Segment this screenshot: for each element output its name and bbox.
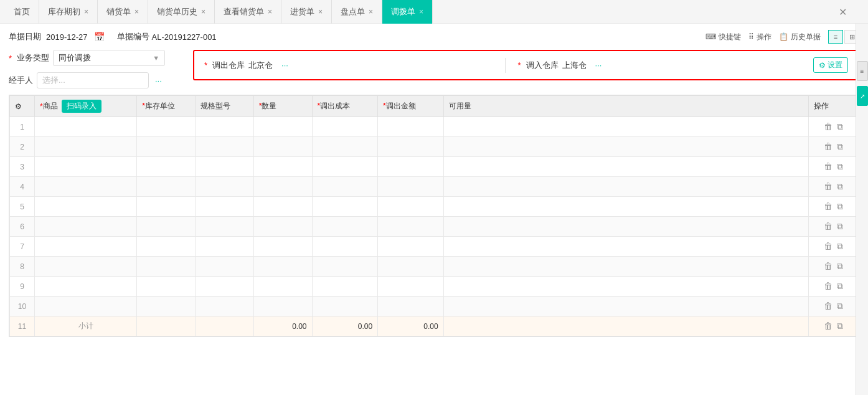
unit-cell[interactable]	[137, 117, 196, 137]
product-cell[interactable]	[35, 177, 137, 197]
unit-cell[interactable]	[137, 237, 196, 257]
unit-cell[interactable]	[137, 297, 196, 316]
tab-close-purchase-order[interactable]: ×	[318, 7, 323, 16]
amount-cell[interactable]	[378, 197, 444, 217]
quantity-cell[interactable]	[253, 277, 312, 297]
unit-cell[interactable]	[137, 277, 196, 297]
calendar-icon[interactable]: 📅	[94, 32, 105, 42]
delete-row-icon[interactable]: 🗑	[823, 120, 834, 133]
quantity-cell[interactable]	[253, 237, 312, 257]
right-expand-tool[interactable]: ↗	[857, 86, 868, 106]
tab-sales-history[interactable]: 销货单历史 ×	[148, 0, 215, 24]
copy-icon[interactable]: ⧉	[836, 320, 844, 332]
spec-cell[interactable]	[195, 117, 253, 137]
copy-row-icon[interactable]: ⧉	[836, 160, 844, 173]
product-cell[interactable]	[35, 157, 137, 177]
tab-home[interactable]: 首页	[5, 0, 39, 24]
amount-cell[interactable]	[378, 277, 444, 297]
tab-inventory-check[interactable]: 盘点单 ×	[332, 0, 382, 24]
in-warehouse-more-icon[interactable]: ···	[595, 60, 602, 70]
handler-select[interactable]: 选择...	[37, 72, 149, 88]
cost-cell[interactable]	[312, 297, 378, 316]
spec-cell[interactable]	[195, 297, 253, 316]
spec-cell[interactable]	[195, 157, 253, 177]
layout-list-button[interactable]: ≡	[828, 30, 843, 44]
product-cell[interactable]	[35, 197, 137, 217]
cost-cell[interactable]	[312, 177, 378, 197]
shortcut-button[interactable]: ⌨ 快捷键	[705, 32, 741, 42]
copy-row-icon[interactable]: ⧉	[836, 260, 844, 272]
cost-cell[interactable]	[312, 137, 378, 157]
product-cell[interactable]	[35, 297, 137, 316]
delete-row-icon[interactable]: 🗑	[823, 180, 834, 193]
right-list-tool[interactable]: ≡	[857, 61, 868, 81]
delete-row-icon[interactable]: 🗑	[823, 220, 834, 232]
cost-cell[interactable]	[312, 197, 378, 217]
delete-row-icon[interactable]: 🗑	[823, 200, 834, 212]
business-type-select[interactable]: 同价调拨 ▼	[53, 50, 165, 66]
delete-row-icon[interactable]: 🗑	[823, 160, 834, 173]
spec-cell[interactable]	[195, 277, 253, 297]
amount-cell[interactable]	[378, 117, 444, 137]
copy-row-icon[interactable]: ⧉	[836, 140, 844, 153]
quantity-cell[interactable]	[253, 137, 312, 157]
quantity-cell[interactable]	[253, 157, 312, 177]
product-cell[interactable]	[35, 237, 137, 257]
quantity-cell[interactable]	[253, 117, 312, 137]
product-cell[interactable]	[35, 257, 137, 277]
tab-close-view-sales[interactable]: ×	[268, 7, 272, 16]
copy-row-icon[interactable]: ⧉	[836, 220, 844, 232]
close-all-tabs-button[interactable]: ✕	[833, 0, 853, 24]
operation-button[interactable]: ⠿ 操作	[748, 32, 771, 42]
delete-row-icon[interactable]: 🗑	[823, 140, 834, 153]
amount-cell[interactable]	[378, 157, 444, 177]
quantity-cell[interactable]	[253, 177, 312, 197]
quantity-cell[interactable]	[253, 217, 312, 237]
cost-cell[interactable]	[312, 217, 378, 237]
handler-more-icon[interactable]: ···	[155, 76, 162, 85]
amount-cell[interactable]	[378, 177, 444, 197]
spec-cell[interactable]	[195, 197, 253, 217]
cost-cell[interactable]	[312, 157, 378, 177]
amount-cell[interactable]	[378, 257, 444, 277]
quantity-cell[interactable]	[253, 297, 312, 316]
tab-close-inventory-init[interactable]: ×	[84, 7, 88, 16]
copy-row-icon[interactable]: ⧉	[836, 280, 844, 292]
history-button[interactable]: 📋 历史单据	[779, 32, 821, 42]
tab-close-sales-history[interactable]: ×	[201, 7, 205, 16]
scan-button[interactable]: 扫码录入	[62, 100, 101, 113]
amount-cell[interactable]	[378, 237, 444, 257]
quantity-cell[interactable]	[253, 197, 312, 217]
out-warehouse-more-icon[interactable]: ···	[281, 60, 288, 70]
copy-row-icon[interactable]: ⧉	[836, 120, 844, 133]
delete-row-icon[interactable]: 🗑	[823, 280, 834, 292]
tab-sales-order[interactable]: 销货单 ×	[98, 0, 148, 24]
tab-transfer-order[interactable]: 调拨单 ×	[382, 0, 433, 24]
quantity-cell[interactable]	[253, 257, 312, 277]
cost-cell[interactable]	[312, 237, 378, 257]
tab-purchase-order[interactable]: 进货单 ×	[281, 0, 332, 24]
spec-cell[interactable]	[195, 137, 253, 157]
copy-row-icon[interactable]: ⧉	[836, 240, 844, 252]
amount-cell[interactable]	[378, 297, 444, 316]
unit-cell[interactable]	[137, 217, 196, 237]
unit-cell[interactable]	[137, 177, 196, 197]
spec-cell[interactable]	[195, 217, 253, 237]
delete-icon[interactable]: 🗑	[823, 320, 834, 332]
spec-cell[interactable]	[195, 257, 253, 277]
delete-row-icon[interactable]: 🗑	[823, 300, 834, 312]
tab-close-sales-order[interactable]: ×	[134, 7, 139, 16]
product-cell[interactable]	[35, 137, 137, 157]
copy-row-icon[interactable]: ⧉	[836, 200, 844, 212]
unit-cell[interactable]	[137, 157, 196, 177]
spec-cell[interactable]	[195, 177, 253, 197]
delete-row-icon[interactable]: 🗑	[823, 260, 834, 272]
delete-row-icon[interactable]: 🗑	[823, 240, 834, 252]
table-col-gear[interactable]: ⚙	[10, 96, 35, 117]
settings-button[interactable]: ⚙ 设置	[813, 57, 848, 73]
copy-row-icon[interactable]: ⧉	[836, 300, 844, 312]
unit-cell[interactable]	[137, 257, 196, 277]
tab-view-sales[interactable]: 查看销货单 ×	[215, 0, 281, 24]
product-cell[interactable]	[35, 117, 137, 137]
copy-row-icon[interactable]: ⧉	[836, 180, 844, 193]
